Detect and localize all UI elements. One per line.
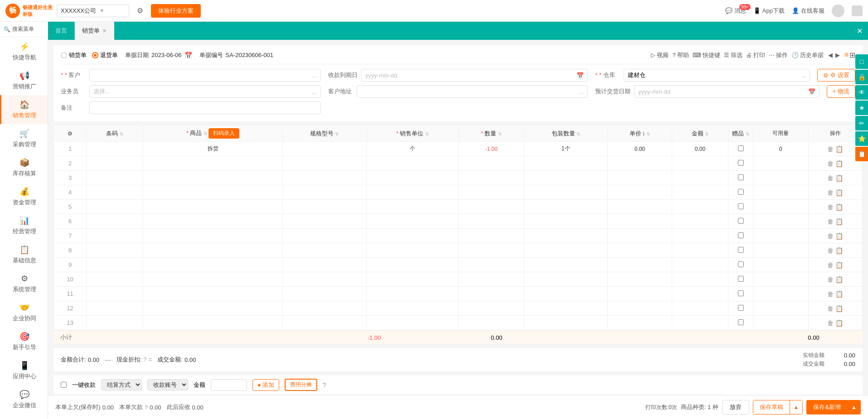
gift-checkbox[interactable]: [738, 203, 744, 209]
row-amount-cell[interactable]: [672, 171, 728, 185]
logistics-btn[interactable]: + 物流: [827, 85, 855, 98]
gift-checkbox[interactable]: [738, 174, 744, 180]
row-product-cell[interactable]: [143, 272, 283, 287]
row-price-cell[interactable]: [607, 185, 672, 200]
copy-row-btn[interactable]: 📋: [835, 160, 843, 167]
sidebar-search-btn[interactable]: 🔍 搜索菜单: [0, 22, 48, 37]
sidebar-item-apps[interactable]: 📱 应用中心: [0, 356, 48, 385]
history-link[interactable]: 🕐 历史单据: [791, 51, 824, 59]
col-amount-sort[interactable]: ⇅: [705, 131, 708, 136]
row-qty-cell[interactable]: [459, 214, 524, 229]
grid-view-btn[interactable]: ⊞: [849, 51, 855, 59]
row-spec-cell[interactable]: [283, 301, 367, 316]
col-settings[interactable]: ⚙: [54, 125, 87, 142]
radio-return-label[interactable]: 退货单: [92, 51, 118, 59]
sidebar-item-system[interactable]: ⚙ 系统管理: [0, 269, 48, 298]
row-amount-cell[interactable]: [672, 258, 728, 272]
row-barcode-cell[interactable]: [87, 214, 143, 229]
float-btn-1[interactable]: □: [855, 54, 868, 69]
row-barcode-cell[interactable]: [87, 272, 143, 287]
row-barcode-cell[interactable]: [87, 287, 143, 301]
copy-row-btn[interactable]: 📋: [835, 247, 843, 254]
row-product-cell[interactable]: 拆货: [143, 142, 283, 156]
copy-row-btn[interactable]: 📋: [835, 189, 843, 196]
online-service-btn[interactable]: 👤 在线客服: [792, 7, 824, 15]
col-pack-sort[interactable]: ⇅: [577, 131, 580, 136]
row-barcode-cell[interactable]: [87, 171, 143, 185]
delete-row-btn[interactable]: 🗑: [827, 232, 834, 240]
row-pack-qty-cell[interactable]: [524, 272, 608, 287]
row-pack-qty-cell[interactable]: [524, 185, 608, 200]
row-gift-cell[interactable]: [728, 156, 753, 171]
payment-help-icon[interactable]: ?: [323, 381, 326, 389]
row-qty-cell[interactable]: [459, 258, 524, 272]
row-spec-cell[interactable]: [283, 287, 367, 301]
amount-input[interactable]: [211, 379, 247, 391]
row-product-cell[interactable]: [143, 258, 283, 272]
row-spec-cell[interactable]: [283, 243, 367, 258]
user-menu-btn[interactable]: [852, 5, 863, 16]
row-pack-qty-cell[interactable]: [524, 287, 608, 301]
row-price-cell[interactable]: [607, 200, 672, 214]
row-spec-cell[interactable]: [283, 200, 367, 214]
trial-btn[interactable]: 体验行业方案: [151, 4, 201, 18]
col-unit-sort[interactable]: ⇅: [425, 131, 429, 136]
row-pack-qty-cell[interactable]: [524, 214, 608, 229]
copy-row-btn[interactable]: 📋: [835, 218, 843, 225]
user-avatar[interactable]: [832, 5, 844, 17]
gift-checkbox[interactable]: [738, 189, 744, 195]
row-unit-cell[interactable]: [366, 171, 459, 185]
row-gift-cell[interactable]: [728, 200, 753, 214]
gift-checkbox[interactable]: [738, 319, 744, 325]
row-price-cell[interactable]: 0.00: [607, 142, 672, 156]
row-qty-cell[interactable]: [459, 200, 524, 214]
shortcuts-link[interactable]: ⌨ 快捷键: [693, 51, 720, 59]
row-unit-cell[interactable]: [366, 214, 459, 229]
row-spec-cell[interactable]: [283, 272, 367, 287]
gift-checkbox[interactable]: [738, 276, 744, 282]
row-unit-cell[interactable]: [366, 200, 459, 214]
row-amount-cell[interactable]: [672, 301, 728, 316]
gift-checkbox[interactable]: [738, 218, 744, 224]
col-gift-sort[interactable]: ⇅: [746, 131, 749, 136]
gift-checkbox[interactable]: [738, 247, 744, 253]
row-pack-qty-cell[interactable]: 1个: [524, 142, 608, 156]
row-price-cell[interactable]: [607, 229, 672, 243]
row-barcode-cell[interactable]: [87, 142, 143, 156]
copy-row-btn[interactable]: 📋: [835, 145, 843, 153]
row-barcode-cell[interactable]: [87, 229, 143, 243]
row-unit-cell[interactable]: [366, 316, 459, 330]
row-barcode-cell[interactable]: [87, 258, 143, 272]
global-settings-btn[interactable]: ⚙: [133, 4, 147, 18]
customer-addr-input[interactable]: ...: [357, 85, 588, 98]
sidebar-item-purchase[interactable]: 🛒 采购管理: [0, 124, 48, 153]
row-amount-cell[interactable]: [672, 185, 728, 200]
row-product-cell[interactable]: [143, 156, 283, 171]
row-qty-cell[interactable]: [459, 243, 524, 258]
tab-close-btn[interactable]: ✕: [102, 28, 107, 34]
payment-date-input[interactable]: yyyy-mm-dd 📅: [361, 69, 588, 82]
sidebar-item-inventory[interactable]: 📦 库存核算: [0, 153, 48, 182]
delete-row-btn[interactable]: 🗑: [827, 319, 834, 327]
remark-input[interactable]: [89, 101, 321, 114]
row-product-cell[interactable]: [143, 200, 283, 214]
row-barcode-cell[interactable]: [87, 156, 143, 171]
row-qty-cell[interactable]: [459, 316, 524, 330]
scan-btn[interactable]: 扫码录入: [209, 128, 239, 139]
one-click-checkbox[interactable]: [61, 382, 67, 388]
row-pack-qty-cell[interactable]: [524, 156, 608, 171]
copy-row-btn[interactable]: 📋: [835, 290, 843, 298]
delete-row-btn[interactable]: 🗑: [827, 247, 834, 254]
copy-row-btn[interactable]: 📋: [835, 276, 843, 283]
save-new-btn[interactable]: 保存&新增: [806, 400, 847, 414]
copy-row-btn[interactable]: 📋: [835, 261, 843, 269]
row-spec-cell[interactable]: [283, 142, 367, 156]
delete-row-btn[interactable]: 🗑: [827, 276, 834, 283]
col-price-sort[interactable]: ⇅: [646, 131, 650, 136]
row-amount-cell[interactable]: [672, 316, 728, 330]
copy-row-btn[interactable]: 📋: [835, 232, 843, 240]
row-pack-qty-cell[interactable]: [524, 171, 608, 185]
row-unit-cell[interactable]: [366, 185, 459, 200]
row-spec-cell[interactable]: [283, 229, 367, 243]
sidebar-item-quick-nav[interactable]: ⚡ 快捷导航: [0, 37, 48, 66]
